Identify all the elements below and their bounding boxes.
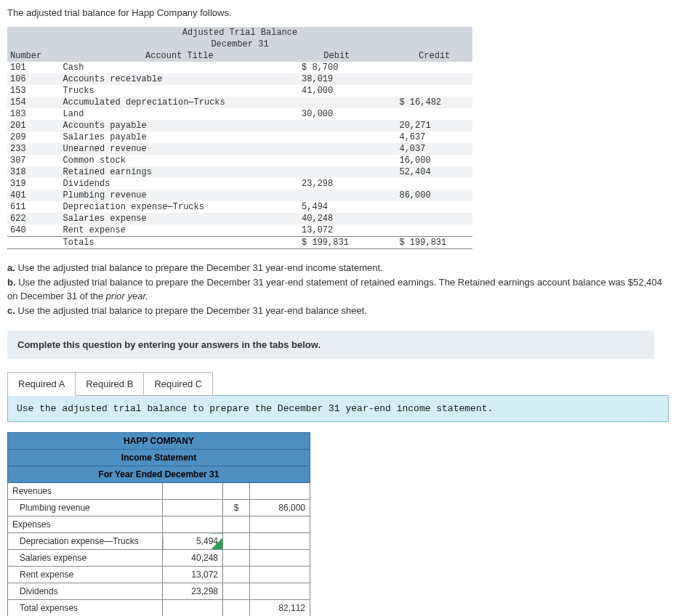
tb-col-account: Account Title (60, 50, 299, 62)
instruction-box: Complete this question by entering your … (7, 331, 654, 359)
intro-text: The adjusted trial balance for Happ Comp… (7, 7, 674, 18)
tb-row: 611Depreciation expense—Trucks5,494 (7, 201, 472, 213)
tb-row: 622Salaries expense40,248 (7, 213, 472, 224)
tb-row: 233Unearned revenue4,037 (7, 143, 472, 155)
tb-row: 209Salaries payable4,637 (7, 131, 472, 143)
tb-row: 101Cash$ 8,700 (7, 62, 472, 73)
plumbing-val[interactable]: 86,000 (250, 500, 310, 516)
tb-col-credit: Credit (396, 50, 472, 62)
tb-row: 106Accounts receivable38,019 (7, 73, 472, 85)
q-a-text: Use the adjusted trial balance to prepar… (15, 262, 383, 273)
plumbing-label[interactable]: Plumbing revenue (8, 500, 163, 516)
revenues-label: Revenues (8, 483, 163, 500)
div-val[interactable]: 23,298 (163, 583, 223, 600)
sal-val[interactable]: 40,248 (163, 550, 223, 567)
dep-label[interactable]: Depreciation expense—Trucks (8, 533, 163, 550)
tab-required-a[interactable]: Required A (7, 372, 76, 396)
tb-col-debit: Debit (299, 50, 375, 62)
tb-totals-label: Totals (60, 237, 299, 249)
trial-balance-table: Adjusted Trial Balance December 31 Numbe… (7, 27, 472, 249)
tb-row: 154Accumulated depreciation—Trucks$ 16,4… (7, 97, 472, 108)
questions-block: a. Use the adjusted trial balance to pre… (7, 261, 674, 317)
expenses-label: Expenses (8, 516, 163, 533)
rent-label[interactable]: Rent expense (8, 567, 163, 583)
answer-period: For Year Ended December 31 (8, 466, 310, 483)
tb-row: 319Dividends23,298 (7, 178, 472, 190)
answer-company: HAPP COMPANY (8, 433, 310, 450)
sal-label[interactable]: Salaries expense (8, 550, 163, 567)
q-a-bold: a. (7, 262, 15, 273)
tb-row: 153Trucks41,000 (7, 85, 472, 97)
tb-row: 307Common stock16,000 (7, 155, 472, 166)
tab-required-b[interactable]: Required B (75, 372, 144, 396)
tb-totals-debit: $ 199,831 (299, 237, 375, 249)
q-c-bold: c. (7, 305, 15, 316)
totexp-label: Total expenses (8, 600, 163, 617)
rent-val[interactable]: 13,072 (163, 567, 223, 583)
tb-row: 318Retained earnings52,404 (7, 166, 472, 178)
tb-row: 401Plumbing revenue86,000 (7, 190, 472, 201)
dep-val[interactable]: 5,494 (163, 533, 223, 550)
plumbing-sym: $ (223, 500, 250, 516)
q-b-em: prior year. (106, 291, 148, 301)
totexp-val[interactable]: 82,112 (250, 600, 310, 617)
tb-row: 183Land30,000 (7, 108, 472, 120)
tb-row: 640Rent expense13,072 (7, 224, 472, 237)
tb-totals-credit: $ 199,831 (396, 237, 472, 249)
div-label[interactable]: Dividends (8, 583, 163, 600)
tb-title-2: December 31 (7, 38, 472, 50)
q-c-text: Use the adjusted trial balance to prepar… (15, 305, 367, 316)
tb-col-number: Number (7, 50, 60, 62)
tb-row: 201Accounts payable20,271 (7, 120, 472, 131)
tabs-container: Required A Required B Required C (7, 372, 674, 396)
tab-instruction: Use the adjusted trial balance to prepar… (7, 395, 669, 422)
income-statement-table: HAPP COMPANY Income Statement For Year E… (7, 432, 310, 616)
q-b-bold: b. (7, 277, 16, 288)
tab-required-c[interactable]: Required C (143, 372, 213, 396)
answer-stmt: Income Statement (8, 450, 310, 466)
tb-title-1: Adjusted Trial Balance (7, 27, 472, 38)
